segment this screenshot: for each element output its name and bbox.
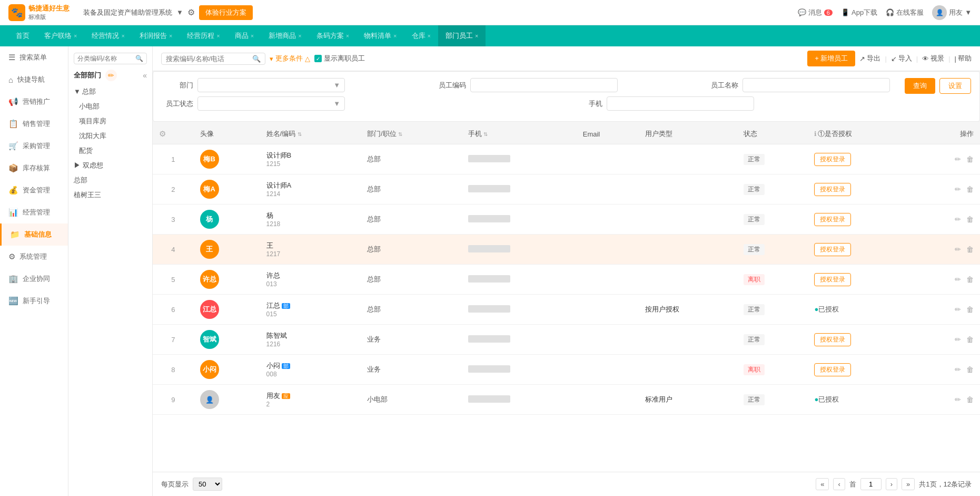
search-input[interactable] [166,55,250,63]
col-phone[interactable]: 手机 ⇅ [462,124,577,144]
dept-tree-plant-wang[interactable]: 植树王三 [68,188,152,202]
settings-button[interactable]: ⚙ [187,7,195,17]
auth-login-button[interactable]: 授权登录 [814,333,851,346]
close-operations-tab[interactable]: × [121,33,124,39]
sidebar-item-sales[interactable]: 📋 销售管理 [0,113,68,135]
delete-button[interactable]: 🗑 [966,305,974,314]
tab-home[interactable]: 首页 [8,25,37,46]
close-add-goods-tab[interactable]: × [298,33,301,39]
search-icon[interactable]: 🔍 [252,55,261,63]
dept-tree-shenyang[interactable]: 沈阳大库 [68,129,152,143]
close-warehouse-tab[interactable]: × [428,33,431,39]
delete-button[interactable]: 🗑 [966,395,974,404]
tab-profit[interactable]: 利润报告 × [132,25,180,46]
tab-barcode[interactable]: 条码方案 × [309,25,357,46]
query-button[interactable]: 查询 [905,78,935,94]
delete-button[interactable]: 🗑 [966,365,974,374]
online-service-action[interactable]: 🎧 在线客服 [886,8,924,17]
dept-tree-zongbu[interactable]: 总部 [68,173,152,188]
delete-button[interactable]: 🗑 [966,335,974,344]
sidebar-item-operations[interactable]: 📊 经营管理 [0,201,68,223]
auth-login-button[interactable]: 授权登录 [814,213,851,226]
col-settings[interactable]: ⚙ [153,124,194,144]
help-action[interactable]: | 帮助 [955,54,972,63]
user-action[interactable]: 👤 用友 ▼ [932,5,972,20]
sidebar-item-marketing[interactable]: 📢 营销推广 [0,91,68,113]
dept-tree-double-think[interactable]: ▶ 双虑想 [68,158,152,173]
show-resigned-checkbox[interactable]: ✓ 显示离职员工 [314,54,365,63]
sidebar-item-guide[interactable]: 🆕 新手引导 [0,290,68,312]
dept-tree-head[interactable]: ▼ 总部 [68,84,152,99]
dept-filter-select[interactable]: ▼ [197,78,345,92]
edit-button[interactable]: ✏ [955,365,961,374]
set-button[interactable]: 设置 [939,78,971,94]
import-action[interactable]: ↙ 导入 [891,54,912,63]
col-name-code[interactable]: 姓名/编码 ⇅ [260,124,361,144]
close-dept-staff-tab[interactable]: × [475,33,478,39]
tab-goods[interactable]: 商品 × [227,25,261,46]
dept-tree-small-elec[interactable]: 小电部 [68,99,152,114]
more-conditions-button[interactable]: ▾ 更多条件 △ [270,54,310,63]
sidebar-item-basic-info[interactable]: 📁 基础信息 [0,223,68,246]
edit-button[interactable]: ✏ [955,185,961,193]
edit-button[interactable]: ✏ [955,395,961,404]
export-action[interactable]: ↗ 导出 [859,54,880,63]
delete-button[interactable]: 🗑 [966,185,974,193]
tab-customer[interactable]: 客户联络 × [37,25,84,46]
message-action[interactable]: 💬 消息 6 [798,8,833,17]
dept-search-icon[interactable]: 🔍 [135,55,143,62]
close-profit-tab[interactable]: × [169,33,172,39]
edit-button[interactable]: ✏ [955,305,961,314]
edit-button[interactable]: ✏ [955,275,961,284]
edit-button[interactable]: ✏ [955,335,961,344]
close-goods-tab[interactable]: × [251,33,254,39]
system-title-dropdown[interactable]: ▼ [176,8,183,16]
edit-button[interactable]: ✏ [955,215,961,223]
phone-input[interactable] [607,96,754,111]
delete-button[interactable]: 🗑 [966,275,974,284]
prev-page-button[interactable]: ‹ [833,478,845,490]
delete-button[interactable]: 🗑 [966,155,974,163]
close-barcode-tab[interactable]: × [346,33,349,39]
sidebar-item-enterprise[interactable]: 🏢 企业协同 [0,268,68,290]
auth-login-button[interactable]: 授权登录 [814,273,851,286]
sidebar-item-finance[interactable]: 💰 资金管理 [0,179,68,201]
delete-button[interactable]: 🗑 [966,215,974,223]
emp-code-input[interactable] [470,78,618,92]
auth-login-button[interactable]: 授权登录 [814,243,851,256]
emp-name-input[interactable] [743,78,890,92]
trial-button[interactable]: 体验行业方案 [199,5,253,20]
page-size-select[interactable]: 50 100 [193,478,222,491]
auth-login-button[interactable]: 授权登录 [814,183,851,196]
auth-login-button[interactable]: 授权登录 [814,153,851,166]
dept-collapse-button[interactable]: « [143,71,147,80]
tab-add-goods[interactable]: 新增商品 × [261,25,309,46]
page-number-input[interactable] [860,478,882,490]
tab-warehouse[interactable]: 仓库 × [404,25,438,46]
sidebar-item-search-menu[interactable]: ☰ 搜索菜单 [0,46,68,69]
view-action[interactable]: 👁 视景 [922,54,944,63]
add-employee-button[interactable]: + 新增员工 [807,51,855,66]
tab-history[interactable]: 经营历程 × [180,25,227,46]
auth-login-button[interactable]: 授权登录 [814,363,851,376]
dept-tree-dispatch[interactable]: 配货 [68,143,152,158]
edit-button[interactable]: ✏ [955,155,961,163]
col-dept[interactable]: 部门/职位 ⇅ [361,124,461,144]
next-page-button[interactable]: › [886,478,897,490]
tab-bom[interactable]: 物料清单 × [357,25,404,46]
dept-tree-project[interactable]: 项目库房 [68,114,152,129]
delete-button[interactable]: 🗑 [966,245,974,254]
edit-button[interactable]: ✏ [955,245,961,254]
close-bom-tab[interactable]: × [393,33,397,39]
last-page-button[interactable]: » [902,478,915,490]
close-history-tab[interactable]: × [216,33,220,39]
sidebar-item-purchase[interactable]: 🛒 采购管理 [0,135,68,157]
dept-edit-button[interactable]: ✏ [105,70,117,81]
sidebar-item-inventory[interactable]: 📦 库存核算 [0,157,68,179]
first-page-button[interactable]: « [816,478,829,490]
sidebar-item-system[interactable]: ⚙ 系统管理 [0,246,68,268]
table-settings-icon[interactable]: ⚙ [159,129,166,138]
tab-dept-staff[interactable]: 部门员工 × [438,25,486,46]
app-download-action[interactable]: 📱 App下载 [841,8,877,17]
close-customer-tab[interactable]: × [74,33,77,39]
